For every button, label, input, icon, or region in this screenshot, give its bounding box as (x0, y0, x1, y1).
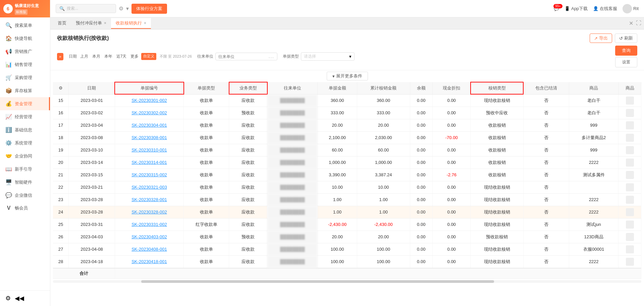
row-date: 2023-04-08 (69, 243, 115, 255)
filter-toggle-button[interactable]: » (57, 53, 63, 60)
sidebar-item-wechat[interactable]: 💬 企业微信 (0, 189, 50, 202)
sidebar-item-search[interactable]: 🔍 搜索菜单 (0, 19, 50, 32)
expand-conditions-button[interactable]: ▾ 展开更多条件 (327, 72, 368, 80)
row-bill-no[interactable]: SK-20230308-001 (115, 131, 183, 144)
setting-button[interactable]: 设置 (615, 57, 637, 67)
sidebar-item-hardware[interactable]: 🖥️ 智能硬件 (0, 176, 50, 189)
row-amount: 360.00 (318, 94, 357, 107)
app-download-button[interactable]: 📱 App下载 (565, 6, 588, 12)
col-product[interactable]: 商品 (569, 82, 619, 94)
row-bill-no[interactable]: SK-20230315-002 (115, 169, 183, 181)
sidebar-item-operations[interactable]: 📈 经营管理 (0, 110, 50, 123)
date-this-year[interactable]: 本年 (103, 53, 114, 60)
row-date: 2023-04-18 (69, 255, 115, 268)
row-include-settled: 否 (523, 119, 569, 131)
tabs-bar: 首页 预付冲应付单 × 收款核销执行 × ✕ ⛶ (50, 17, 644, 29)
topbar-gear-icon[interactable]: ⚙ (119, 5, 123, 12)
tab-collection[interactable]: 收款核销执行 × (111, 18, 151, 29)
sidebar-nav: 🔍 搜索菜单 🏠 快捷导航 📢 营销推广 📊 销售管理 🛒 采购管理 📦 库存核… (0, 17, 50, 290)
row-bill-no[interactable]: SK-20230301-002 (115, 94, 183, 107)
user-menu[interactable]: Rit (623, 4, 639, 13)
sidebar-item-inventory[interactable]: 📦 库存核算 (0, 84, 50, 97)
col-amount[interactable]: 单据金额 (318, 82, 357, 94)
row-bill-no[interactable]: SK-20230328-001 (115, 193, 183, 206)
row-include-settled: 否 (523, 107, 569, 119)
col-acc-amount[interactable]: 累计核销金额 (357, 82, 410, 94)
sidebar-item-system[interactable]: ⚙️ 系统管理 (0, 136, 50, 149)
refresh-button[interactable]: ↺ 刷新 (615, 34, 637, 43)
tab-home[interactable]: 首页 (53, 18, 71, 29)
tab-close-all-icon[interactable]: ✕ (629, 20, 633, 26)
row-date: 2023-03-01 (69, 94, 115, 107)
search-small-icon: 🔍 (59, 6, 65, 11)
date-more[interactable]: 更多 (129, 53, 140, 60)
row-include-settled: 否 (523, 94, 569, 107)
sidebar-item-finance[interactable]: 💰 资金管理 (0, 97, 50, 110)
online-service-button[interactable]: 👤 在线客服 (593, 6, 617, 12)
col-product-img[interactable]: 商品 (619, 82, 641, 94)
col-bill-no[interactable]: 单据编号 (115, 82, 183, 94)
col-include-settled[interactable]: 包含已结清 (523, 82, 569, 94)
sidebar-item-sales[interactable]: 📊 销售管理 (0, 58, 50, 71)
row-cancel-type: 收款核销 (471, 156, 524, 169)
counterpart-input[interactable]: ... (215, 53, 277, 60)
sidebar-logo: 6 畅康道好生意 标推版 (0, 0, 50, 17)
message-button[interactable]: 💬 99+ (554, 6, 559, 11)
tab-prepay[interactable]: 预付冲应付单 × (71, 18, 111, 29)
query-button[interactable]: 查询 (615, 46, 637, 56)
date-last-month[interactable]: 上月 (79, 53, 90, 60)
col-cancel-type[interactable]: 核销类型 (471, 82, 524, 94)
row-balance: 0.00 (410, 243, 433, 255)
logo-text: 畅康道好生意 标推版 (15, 3, 39, 15)
sidebar-item-guide[interactable]: 📖 新手引导 (0, 163, 50, 176)
sidebar-item-member[interactable]: V 畅会员 (0, 202, 50, 215)
service-icon: 👤 (593, 6, 598, 11)
date-this-month[interactable]: 本月 (91, 53, 102, 60)
collapse-icon[interactable]: ◀◀ (15, 295, 24, 302)
counterpart-dots-icon[interactable]: ... (269, 54, 274, 59)
col-counterpart[interactable]: 往来单位 (267, 82, 318, 94)
sidebar-item-home[interactable]: 🏠 快捷导航 (0, 32, 50, 45)
col-bill-type[interactable]: 单据类型 (184, 82, 229, 94)
row-bill-type: 收款单 (184, 243, 229, 255)
topbar-chevron-icon[interactable]: ▾ (126, 5, 129, 12)
row-bill-no[interactable]: SK-20230328-002 (115, 206, 183, 218)
solution-button[interactable]: 体验行业方案 (131, 4, 167, 14)
row-bill-no[interactable]: SK-20230408-001 (115, 243, 183, 255)
topbar-search[interactable]: 🔍 搜索... (56, 4, 116, 13)
bill-type-select[interactable]: 请选择 ▾ (301, 52, 355, 61)
tab-prepay-close[interactable]: × (104, 21, 106, 25)
sidebar-item-enterprise[interactable]: 🤝 企业协同 (0, 149, 50, 163)
col-date[interactable]: 日期 (69, 82, 115, 94)
sidebar-item-purchase[interactable]: 🛒 采购管理 (0, 71, 50, 84)
row-cash-discount: -70.00 (433, 131, 471, 144)
tab-collection-close[interactable]: × (144, 21, 146, 25)
row-acc-amount: 20.00 (357, 119, 410, 131)
row-id: 23 (53, 193, 69, 206)
row-bill-no[interactable]: SK-20230321-003 (115, 181, 183, 193)
row-bill-no[interactable]: SK-20230304-001 (115, 119, 183, 131)
settings-gear-icon[interactable]: ⚙ (5, 295, 11, 302)
sidebar-item-marketing[interactable]: 📢 营销推广 (0, 45, 50, 58)
date-last-7days[interactable]: 近7天 (115, 53, 128, 60)
export-button[interactable]: ↗ 导出 (590, 34, 612, 43)
col-cash-discount[interactable]: 现金折扣 (433, 82, 471, 94)
col-biz-type[interactable]: 业务类型 (229, 82, 267, 94)
date-custom[interactable]: 自定义 (141, 53, 156, 60)
row-bill-no[interactable]: SK-20230302-002 (115, 107, 183, 119)
col-balance[interactable]: 余额 (410, 82, 433, 94)
sidebar-item-basics[interactable]: ℹ️ 基础信息 (0, 123, 50, 136)
chevron-down-icon: ▾ (349, 54, 352, 59)
row-bill-no[interactable]: SK-20230331-002 (115, 218, 183, 231)
row-product: 测试多属件 (569, 169, 619, 181)
row-bill-no[interactable]: SK-20230403-002 (115, 231, 183, 243)
tab-maximize-icon[interactable]: ⛶ (636, 20, 641, 26)
row-date: 2023-03-02 (69, 107, 115, 119)
row-bill-no[interactable]: SK-20230310-001 (115, 144, 183, 156)
col-gear[interactable]: ⚙ (53, 82, 69, 94)
counterpart-field[interactable] (218, 54, 269, 59)
row-bill-no[interactable]: SK-20230418-001 (115, 255, 183, 268)
row-cancel-type: 收款核销 (471, 119, 524, 131)
row-bill-no[interactable]: SK-20230314-001 (115, 156, 183, 169)
table-row: 152023-03-01SK-20230301-002收款单应收款███████… (53, 94, 641, 107)
